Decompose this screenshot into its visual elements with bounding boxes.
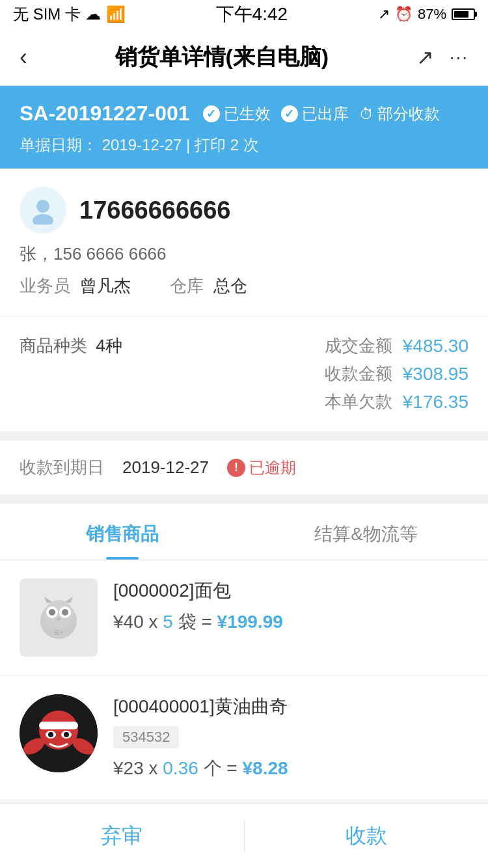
kinds-count: 4种 (96, 336, 122, 355)
warehouse-label: 仓库 (170, 276, 204, 295)
svg-rect-14 (39, 722, 78, 729)
customer-name: 张，156 6666 6666 (20, 243, 468, 265)
back-button[interactable]: ‹ (20, 44, 27, 71)
svg-point-18 (64, 732, 69, 737)
order-date: 单据日期： 2019-12-27 | 打印 2 次 (20, 135, 468, 156)
product-kinds: 商品种类 4种 (20, 334, 122, 357)
svg-text:云+: 云+ (54, 629, 63, 636)
tab-settlement[interactable]: 结算&物流等 (244, 504, 488, 560)
product-price-row-2: ¥23 x 0.36 个 = ¥8.28 (113, 756, 468, 781)
confirm-payment-button[interactable]: 收款 (245, 809, 489, 863)
overdue-badge: ! 已逾期 (227, 457, 296, 478)
export-button[interactable]: ↗ (416, 45, 434, 70)
ninja-icon (20, 694, 98, 772)
due-section: 收款到期日 2019-12-27 ! 已逾期 (0, 441, 488, 504)
customer-avatar (20, 187, 66, 234)
product-qty-1: 5 (163, 612, 173, 632)
received-label: 收款金额 (325, 362, 392, 385)
status-badges: 已生效 已出库 部分收款 (203, 103, 440, 124)
order-id: SA-20191227-001 (20, 102, 190, 126)
nav-left: ‹ (20, 44, 27, 71)
tabs-bar: 销售商品 结算&物流等 (0, 504, 488, 560)
product-name-1: [0000002]面包 (113, 578, 468, 603)
sim-text: 无 SIM 卡 ☁ (13, 4, 101, 25)
badge-partial-payment: 部分收款 (359, 103, 440, 124)
due-date-label: 收款到期日 (20, 456, 104, 479)
summary-left: 商品种类 4种 (20, 334, 122, 357)
avatar-icon (29, 196, 57, 224)
product-thumbnail-1: 云+ (20, 578, 98, 657)
clock-icon (359, 105, 373, 123)
traded-amount: ¥485.30 (403, 336, 468, 357)
cancel-button[interactable]: 弃审 (0, 809, 244, 863)
order-header: SA-20191227-001 已生效 已出库 部分收款 单据日期： 2019-… (0, 86, 488, 169)
customer-meta: 业务员 曾凡杰 仓库 总仓 (20, 275, 468, 297)
svg-point-13 (39, 711, 78, 750)
order-date-value: 2019-12-27 (102, 136, 182, 154)
product-qty-2: 0.36 (163, 758, 198, 778)
status-time: 下午4:42 (216, 2, 288, 27)
product-total-2: ¥8.28 (242, 758, 288, 778)
customer-phone: 17666666666 (79, 197, 230, 224)
nav-bar: ‹ 销货单详情(来自电脑) ↗ ··· (0, 29, 488, 86)
svg-point-0 (36, 200, 49, 213)
sales-person-label: 业务员 (20, 276, 70, 295)
due-date-value: 2019-12-27 (122, 457, 209, 478)
battery-text: 87% (418, 6, 446, 23)
summary-section: 商品种类 4种 成交金额 ¥485.30 收款金额 ¥308.95 本单欠款 ¥… (0, 316, 488, 441)
traded-label: 成交金额 (325, 334, 392, 357)
wifi-icon: 📶 (106, 5, 126, 23)
page-title: 销货单详情(来自电脑) (115, 42, 329, 72)
product-sku-badge: 534532 (113, 726, 179, 748)
nav-right: ↗ ··· (416, 45, 468, 70)
status-bar-left: 无 SIM 卡 ☁ 📶 (13, 4, 126, 25)
svg-point-6 (49, 609, 55, 616)
status-bar: 无 SIM 卡 ☁ 📶 下午4:42 ↗ ⏰ 87% (0, 0, 488, 29)
customer-section: 17666666666 张，156 6666 6666 业务员 曾凡杰 仓库 总… (0, 169, 488, 316)
svg-point-1 (33, 214, 53, 224)
product-item: 云+ [0000002]面包 ¥40 x 5 袋 = ¥199.99 (0, 560, 488, 675)
overdue-text: 已逾期 (249, 457, 296, 478)
product-info-2: [000400001]黄油曲奇 534532 ¥23 x 0.36 个 = ¥8… (113, 694, 468, 781)
sales-person-value: 曾凡杰 (80, 276, 131, 295)
more-button[interactable]: ··· (450, 47, 468, 68)
overdue-icon: ! (227, 459, 245, 477)
owed-amount-row: 本单欠款 ¥176.35 (325, 390, 468, 413)
traded-amount-row: 成交金额 ¥485.30 (325, 334, 468, 357)
summary-right: 成交金额 ¥485.30 收款金额 ¥308.95 本单欠款 ¥176.35 (325, 334, 468, 413)
tab-products[interactable]: 销售商品 (0, 504, 244, 560)
bottom-bar: 弃审 收款 (0, 803, 488, 868)
products-list: 云+ [0000002]面包 ¥40 x 5 袋 = ¥199.99 (0, 560, 488, 799)
svg-point-7 (62, 609, 68, 616)
product-info-1: [0000002]面包 ¥40 x 5 袋 = ¥199.99 (113, 578, 468, 634)
alarm-icon: ⏰ (395, 6, 413, 23)
location-icon: ↗ (378, 6, 390, 23)
status-bar-right: ↗ ⏰ 87% (378, 6, 475, 23)
product-thumbnail-2 (20, 694, 98, 772)
battery-icon (452, 8, 475, 20)
svg-point-17 (48, 732, 53, 737)
received-amount: ¥308.95 (403, 364, 468, 385)
badge-activated: 已生效 (203, 103, 271, 124)
owed-label: 本单欠款 (325, 390, 392, 413)
product-name-2: [000400001]黄油曲奇 (113, 694, 468, 719)
sales-person-field: 业务员 曾凡杰 (20, 275, 131, 297)
warehouse-value: 总仓 (213, 276, 247, 295)
product-item: [000400001]黄油曲奇 534532 ¥23 x 0.36 个 = ¥8… (0, 676, 488, 799)
badge-shipped: 已出库 (281, 103, 349, 124)
owed-amount: ¥176.35 (403, 392, 468, 413)
owl-icon: 云+ (33, 591, 85, 644)
warehouse-field: 仓库 总仓 (170, 275, 247, 297)
product-price-row-1: ¥40 x 5 袋 = ¥199.99 (113, 610, 468, 634)
received-amount-row: 收款金额 ¥308.95 (325, 362, 468, 385)
product-total-1: ¥199.99 (217, 612, 283, 632)
